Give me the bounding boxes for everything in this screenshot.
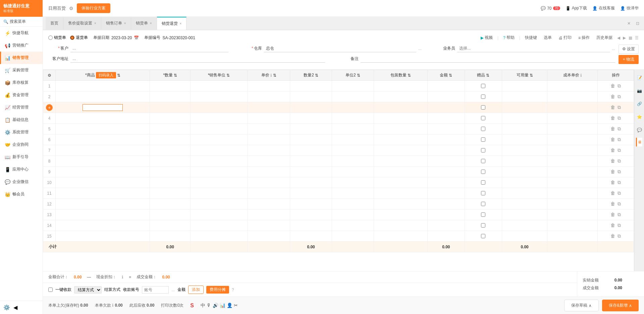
delete-row-button[interactable]: 🗑 xyxy=(610,233,616,239)
sidebar-item-wechat[interactable]: 💬 企业微信 xyxy=(0,176,43,188)
toolbar-history-btn[interactable]: 历史单据 xyxy=(594,34,614,41)
sidebar-item-sales[interactable]: 📊 销售管理 xyxy=(0,52,43,64)
note-input[interactable] xyxy=(361,55,615,63)
gift-sort-icon[interactable]: ⇅ xyxy=(486,73,489,78)
gift-cell[interactable] xyxy=(465,102,502,113)
dots-icon[interactable]: ... xyxy=(171,288,175,292)
staff-input[interactable] xyxy=(457,45,610,52)
gift-cell[interactable] xyxy=(465,220,502,231)
online-service-btn[interactable]: 👤 在线客服 xyxy=(592,5,615,11)
gift-cell[interactable] xyxy=(465,81,502,91)
delete-row-button[interactable]: 🗑 xyxy=(610,179,616,186)
right-sidebar-btn5[interactable]: 💬 xyxy=(637,125,642,135)
sidebar-item-search[interactable]: 🔍 搜索菜单 xyxy=(0,17,43,27)
delete-row-button[interactable]: 🗑 xyxy=(610,222,616,229)
right-sidebar-btn3[interactable]: 🔗 xyxy=(637,99,642,109)
column-settings-icon[interactable]: ⚙ xyxy=(48,73,51,78)
collapse-icon[interactable]: ◀ xyxy=(13,304,17,311)
delete-row-button[interactable]: 🗑 xyxy=(610,115,616,121)
copy-row-button[interactable]: ⧉ xyxy=(617,125,622,132)
sidebar-item-operations[interactable]: 📈 经营管理 xyxy=(0,101,43,114)
account-input[interactable] xyxy=(142,286,169,294)
product-cell[interactable] xyxy=(56,102,150,113)
copy-row-button[interactable]: ⧉ xyxy=(617,115,622,122)
user-btn[interactable]: 👤 徐泽华 xyxy=(620,5,639,11)
delete-row-button[interactable]: 🗑 xyxy=(610,158,616,164)
gift-checkbox[interactable] xyxy=(481,170,485,174)
settings-side-btn[interactable]: ⚙ 设置 xyxy=(619,45,639,54)
right-sidebar-btn1[interactable]: 📝 xyxy=(637,72,642,83)
amount-sort-icon[interactable]: ⇅ xyxy=(449,73,452,78)
tab-sales-return[interactable]: 销货退货 × xyxy=(157,17,187,30)
gift-cell[interactable] xyxy=(465,145,502,156)
gift-cell[interactable] xyxy=(465,199,502,209)
gift-checkbox[interactable] xyxy=(481,137,485,142)
toolbar-help-btn[interactable]: ? 帮助 xyxy=(501,34,517,41)
toolbar-shortcut-btn[interactable]: 快捷键 xyxy=(523,34,539,41)
tab-sales-order[interactable]: 销售订单 × xyxy=(101,17,131,29)
delete-row-button[interactable]: 🗑 xyxy=(610,125,616,132)
gift-cell[interactable] xyxy=(465,167,502,177)
bottom-icon1[interactable]: 中 xyxy=(201,303,205,309)
gift-cell[interactable] xyxy=(465,113,502,124)
fee-split-button[interactable]: 费用分摊 xyxy=(206,286,229,294)
sidebar-item-marketing[interactable]: 📢 营销推广 xyxy=(0,39,43,52)
tab-sales-return-close[interactable]: × xyxy=(180,22,182,25)
delete-row-button[interactable]: 🗑 xyxy=(610,82,616,89)
copy-row-button[interactable]: ⧉ xyxy=(617,211,622,218)
tab-price-settings[interactable]: 售价提取设置 × xyxy=(63,17,101,29)
copy-row-button[interactable]: ⧉ xyxy=(617,147,622,154)
expand-tab-icon[interactable]: ⊡ xyxy=(634,21,641,26)
bottom-icon4[interactable]: 📊 xyxy=(220,303,225,309)
topbar-settings-button[interactable]: ⚙ xyxy=(69,6,73,11)
sidebar-item-member[interactable]: 👑 畅会员 xyxy=(0,188,43,200)
gift-checkbox[interactable] xyxy=(481,202,485,206)
sidebar-item-guide[interactable]: 📖 新手引导 xyxy=(0,151,43,163)
delete-row-button[interactable]: 🗑 xyxy=(610,147,616,153)
copy-row-button[interactable]: ⧉ xyxy=(617,104,622,111)
cost-info-icon[interactable]: ℹ xyxy=(580,73,582,78)
toolbar-print-btn[interactable]: 🖨 打印 xyxy=(556,34,574,41)
grid-icon[interactable]: ▦ xyxy=(629,36,632,40)
delete-row-button[interactable]: 🗑 xyxy=(610,200,616,207)
delete-row-button[interactable]: 🗑 xyxy=(610,211,616,218)
copy-row-button[interactable]: ⧉ xyxy=(617,93,622,100)
customer-input[interactable] xyxy=(70,45,228,52)
add-button[interactable]: 添加 xyxy=(188,286,204,294)
sidebar-item-quick-nav[interactable]: ⚡ 快捷导航 xyxy=(0,27,43,39)
copy-row-button[interactable]: ⧉ xyxy=(617,190,622,197)
trial-button[interactable]: 体验行业方案 xyxy=(77,3,110,13)
copy-row-button[interactable]: ⧉ xyxy=(617,233,622,240)
app-download-btn[interactable]: 📱 App下载 xyxy=(566,5,587,11)
calendar-icon[interactable]: 📅 xyxy=(134,36,139,40)
gift-cell[interactable] xyxy=(465,177,502,188)
sidebar-item-enterprise[interactable]: 🤝 企业协同 xyxy=(0,138,43,151)
sort-icon[interactable]: ⇅ xyxy=(117,73,120,78)
gift-checkbox[interactable] xyxy=(481,84,485,88)
cash-discount-help[interactable]: ℹ xyxy=(122,275,123,279)
bottom-icon3[interactable]: 🔊 xyxy=(213,303,218,309)
gift-cell[interactable] xyxy=(465,134,502,145)
gift-checkbox[interactable] xyxy=(481,191,485,195)
price-sort-icon[interactable]: ⇅ xyxy=(273,73,276,78)
delete-row-button[interactable]: 🗑 xyxy=(610,136,616,143)
right-sidebar-btn6[interactable]: 🖥 xyxy=(636,138,642,146)
tab-sales[interactable]: 销货单 × xyxy=(131,17,157,29)
warehouse-input[interactable] xyxy=(264,45,417,52)
save-new-button[interactable]: 保存&新增 ∧ xyxy=(602,300,639,311)
one-click-payment-checkbox[interactable] xyxy=(48,288,53,292)
tab-price-settings-close[interactable]: × xyxy=(94,21,96,25)
delete-row-button[interactable]: 🗑 xyxy=(610,93,616,100)
next-icon[interactable]: ▶ xyxy=(623,36,626,40)
radio-return-input[interactable] xyxy=(70,36,74,40)
bottom-icon2[interactable]: 🎙 xyxy=(207,303,211,309)
bottom-icon5[interactable]: 👤 xyxy=(227,303,232,309)
list-icon[interactable]: ☰ xyxy=(635,36,639,40)
gift-checkbox[interactable] xyxy=(481,95,485,99)
price-info-icon[interactable]: ℹ xyxy=(270,73,272,78)
gift-checkbox[interactable] xyxy=(481,116,485,120)
gift-cell[interactable] xyxy=(465,156,502,167)
sidebar-item-app-center[interactable]: 📱 应用中心 xyxy=(0,163,43,176)
copy-row-button[interactable]: ⧉ xyxy=(617,179,622,186)
gift-checkbox[interactable] xyxy=(481,159,485,163)
